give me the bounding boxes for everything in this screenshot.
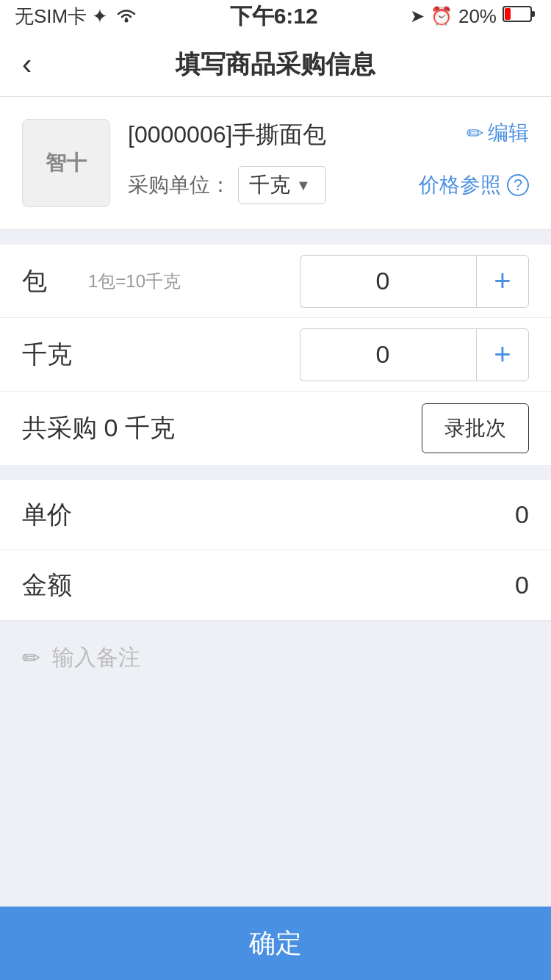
kg-label: 千克 [22,338,81,372]
bottom-area [0,695,551,915]
back-button[interactable]: ‹ [22,48,32,81]
unit-price-label: 单价 [22,498,72,532]
summary-text: 共采购 0 千克 [22,411,175,445]
price-reference-button[interactable]: 价格参照 ? [419,171,529,199]
battery-percent: 20% [458,5,497,28]
unit-prefix: 采购单位： [128,171,231,199]
summary-unit: 千克 [125,414,175,442]
svg-point-0 [125,18,129,22]
pencil-icon: ✏ [22,645,40,671]
divider-2 [0,465,551,480]
product-info: [0000006]手撕面包 ✏ 编辑 采购单位： 千克 ▼ 价格参照 ? [128,119,529,204]
amount-row: 金额 0 [0,550,551,621]
unit-selector[interactable]: 千克 ▼ [238,166,326,204]
location-icon: ➤ [410,6,425,26]
price-ref-label: 价格参照 [419,171,501,199]
kg-plus-button[interactable]: + [476,328,529,381]
svg-rect-3 [505,8,511,20]
confirm-button[interactable]: 确定 [0,907,551,980]
edit-label: 编辑 [488,119,529,147]
amount-label: 金额 [22,569,72,602]
divider-1 [0,230,551,245]
product-image: 智十 [22,119,110,207]
unit-price-value: 0 [515,500,529,529]
status-left: 无SIM卡 ✦ [15,4,137,29]
bag-plus-button[interactable]: + [476,255,529,308]
record-batch-button[interactable]: 录批次 [422,403,529,453]
edit-pencil-icon: ✏ [467,121,483,145]
summary-row: 共采购 0 千克 录批次 [0,392,551,465]
kg-input-row: 千克 + [0,318,551,392]
dropdown-arrow-icon: ▼ [296,177,311,194]
bag-label: 包 [22,264,81,298]
kg-controls: + [81,328,529,381]
product-name: [0000006]手撕面包 [128,119,467,151]
status-time: 下午6:12 [230,1,318,32]
note-section[interactable]: ✏ 输入备注 [0,621,551,695]
product-card: 智十 [0000006]手撕面包 ✏ 编辑 采购单位： 千克 ▼ [0,97,551,230]
page-title: 填写商品采购信息 [176,48,375,82]
svg-rect-2 [531,11,535,17]
status-bar: 无SIM卡 ✦ 下午6:12 ➤ ⏰ 20% [0,0,551,32]
amount-value: 0 [515,571,529,599]
status-right: ➤ ⏰ 20% [410,5,536,28]
bag-input[interactable] [300,255,476,308]
battery-icon [503,5,536,28]
kg-input[interactable] [300,328,476,381]
info-circle-icon: ? [507,174,529,196]
edit-button[interactable]: ✏ 编辑 [467,119,529,147]
bag-controls: + [181,255,529,308]
note-placeholder: 输入备注 [52,643,140,673]
price-section: 单价 0 金额 0 [0,480,551,621]
unit-price-row: 单价 0 [0,480,551,550]
wifi-icon [115,5,137,28]
bag-sublabel: 1包=10千克 [88,270,181,293]
alarm-icon: ⏰ [431,6,453,26]
unit-value: 千克 [249,171,290,199]
nav-bar: ‹ 填写商品采购信息 [0,32,551,97]
bag-input-row: 包 1包=10千克 + [0,245,551,318]
quantity-input-section: 包 1包=10千克 + 千克 + [0,245,551,392]
summary-amount: 0 [104,414,118,442]
summary-prefix: 共采购 [22,414,97,442]
no-sim-text: 无SIM卡 ✦ [15,4,108,29]
